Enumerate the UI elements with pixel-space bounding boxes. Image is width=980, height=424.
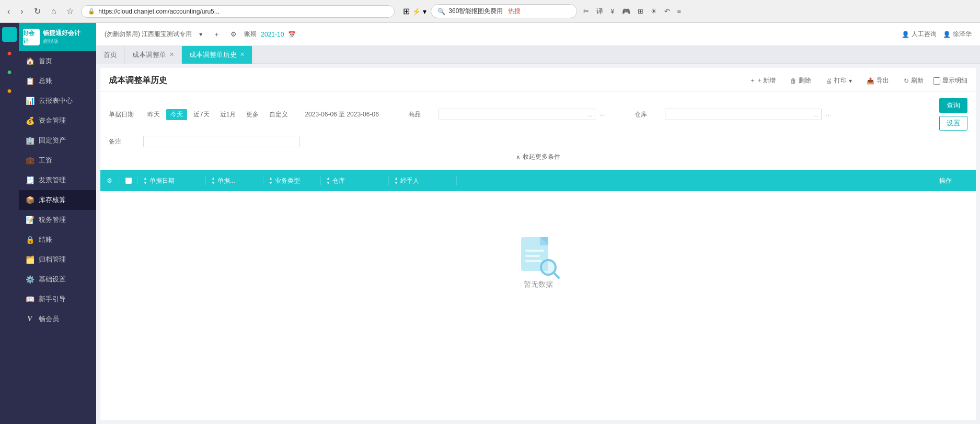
add-tab-button[interactable]: ＋ xyxy=(210,29,223,40)
calendar-icon[interactable]: 📅 xyxy=(288,31,296,38)
date-btn-1month[interactable]: 近1月 xyxy=(216,109,240,120)
wallet-button[interactable]: ¥ xyxy=(608,6,616,16)
sidebar-item-settings[interactable]: ⚙️ 基础设置 xyxy=(19,269,96,289)
refresh-button[interactable]: ↻ xyxy=(31,5,44,17)
sidebar-item-assets[interactable]: 🏢 固定资产 xyxy=(19,131,96,150)
sidebar-item-closing[interactable]: 🔒 结账 xyxy=(19,230,96,250)
date-btn-more[interactable]: 更多 xyxy=(242,109,263,120)
table-header-type[interactable]: ▲ ▼ 业务类型 xyxy=(263,176,321,185)
page-content: 成本调整单历史 ＋ + 新增 🗑 删除 🖨 打印 ▾ xyxy=(100,68,976,420)
top-header-right: 👤 人工咨询 👤 徐泽华 xyxy=(902,30,972,39)
grid-icon[interactable]: ⊞ xyxy=(403,6,410,16)
translate-button[interactable]: 译 xyxy=(594,6,605,17)
logo-text: 畅捷通好会计 旗舰版 xyxy=(43,29,80,45)
search-bar[interactable]: 🔍 360智能抠图免费用 热搜 xyxy=(431,4,577,18)
sidebar-item-home[interactable]: 🏠 首页 xyxy=(19,51,96,71)
warehouse-filter-label: 仓库 xyxy=(635,110,661,119)
logo-icon: 好会计 xyxy=(23,29,40,45)
strip-home[interactable]: ⌂ xyxy=(2,27,17,42)
game-button[interactable]: 🎮 xyxy=(620,6,632,16)
user-menu[interactable]: 👤 徐泽华 xyxy=(943,30,972,39)
sidebar-item-archive[interactable]: 🗂️ 归档管理 xyxy=(19,250,96,269)
sidebar-item-inventory[interactable]: 📦 库存核算 xyxy=(19,190,96,210)
tab-cost-adjust-history-close[interactable]: ✕ xyxy=(240,51,245,58)
date-range-display: 2023-06-06 至 2023-06-06 xyxy=(305,110,378,119)
table-header-ops: 操作 xyxy=(934,176,976,185)
tab-home-label: 首页 xyxy=(103,50,117,60)
show-cols-checkbox[interactable] xyxy=(933,77,940,85)
menu-button[interactable]: ≡ xyxy=(675,6,684,16)
print-button[interactable]: 🖨 打印 ▾ xyxy=(821,74,857,87)
warehouse-more-icon[interactable]: ··· xyxy=(826,111,832,119)
sidebar-item-member[interactable]: V 畅会员 xyxy=(19,309,96,329)
brightness-button[interactable]: ☀ xyxy=(649,6,659,16)
ai-consult-button[interactable]: 👤 人工咨询 xyxy=(902,30,937,39)
empty-state: 暂无数据 xyxy=(100,191,976,331)
main-content: (勿删勿禁用) 江西服宝测试专用 ▾ ＋ ⚙ 账期 2021-10 📅 👤 人工… xyxy=(96,23,980,424)
table-settings-cell[interactable]: ⚙ xyxy=(100,177,119,184)
sidebar-nav: 🏠 首页 📋 总账 📊 云报表中心 💰 资金管理 🏢 固定资产 💼 工资 xyxy=(19,51,96,424)
export-button[interactable]: 📤 导出 xyxy=(861,74,894,87)
search-icon: 🔍 xyxy=(437,8,445,15)
settings-filter-button[interactable]: 设置 xyxy=(939,116,967,131)
table-checkbox-cell[interactable] xyxy=(119,177,138,184)
add-button[interactable]: ＋ + 新增 xyxy=(744,74,781,87)
goods-more-icon[interactable]: ··· xyxy=(599,111,605,119)
sidebar-item-invoice[interactable]: 🧾 发票管理 xyxy=(19,170,96,190)
sort-arrows-person: ▲ ▼ xyxy=(394,176,398,185)
refresh-button[interactable]: ↻ 刷新 xyxy=(898,74,929,87)
company-name: (勿删勿禁用) 江西服宝测试专用 xyxy=(105,30,192,39)
page-header-actions: ＋ + 新增 🗑 删除 🖨 打印 ▾ 📤 导出 xyxy=(744,74,967,87)
company-dropdown-button[interactable]: ▾ xyxy=(196,29,206,39)
payroll-icon: 💼 xyxy=(25,156,34,164)
sidebar-item-payroll[interactable]: 💼 工资 xyxy=(19,150,96,170)
warehouse-input[interactable] xyxy=(665,109,822,120)
sort-arrows-warehouse: ▲ ▼ xyxy=(326,176,330,185)
table-header-date[interactable]: ▲ ▼ 单据日期 xyxy=(138,176,206,185)
top-header-left: (勿删勿禁用) 江西服宝测试专用 ▾ ＋ ⚙ 账期 2021-10 📅 xyxy=(105,29,296,40)
sidebar-item-guide[interactable]: 📖 新手引导 xyxy=(19,289,96,309)
collapse-button[interactable]: ∧ 收起更多条件 xyxy=(516,152,560,161)
date-btn-custom[interactable]: 自定义 xyxy=(265,109,292,120)
goods-input[interactable] xyxy=(439,109,595,120)
table-header-person[interactable]: ▲ ▼ 经手人 xyxy=(389,176,457,185)
sort-arrows-type: ▲ ▼ xyxy=(269,176,273,185)
sidebar-item-tax[interactable]: 📝 税务管理 xyxy=(19,210,96,230)
app-container: ⌂ ● ● ● 好会计 畅捷通好会计 旗舰版 🏠 首页 📋 总账 📊 云报表中心 xyxy=(0,23,980,424)
date-filter-label: 单据日期 xyxy=(109,110,135,119)
tab-cost-adjust-history[interactable]: 成本调整单历史 ✕ xyxy=(182,46,252,64)
date-btn-7days[interactable]: 近7天 xyxy=(189,109,214,120)
sidebar-item-reports[interactable]: 📊 云报表中心 xyxy=(19,91,96,111)
dropdown-icon[interactable]: ▾ xyxy=(423,7,426,16)
sidebar-item-ledger[interactable]: 📋 总账 xyxy=(19,71,96,91)
settings-gear-button[interactable]: ⚙ xyxy=(227,29,240,39)
date-btn-yesterday[interactable]: 昨天 xyxy=(143,109,164,120)
table-header-num[interactable]: ▲ ▼ 单据... xyxy=(206,176,263,185)
strip-item-3[interactable]: ● xyxy=(2,84,17,98)
sidebar-item-funds[interactable]: 💰 资金管理 xyxy=(19,111,96,131)
home-button[interactable]: ⌂ xyxy=(48,6,60,17)
show-cols-label: 显示明细 xyxy=(933,76,967,85)
remark-input[interactable] xyxy=(143,136,300,147)
apps-button[interactable]: ⊞ xyxy=(636,6,645,16)
strip-item-1[interactable]: ● xyxy=(2,46,17,61)
query-button[interactable]: 查询 xyxy=(939,98,967,113)
strip-item-2[interactable]: ● xyxy=(2,65,17,79)
lightning-icon[interactable]: ⚡ xyxy=(412,7,421,16)
period-value[interactable]: 2021-10 xyxy=(261,31,284,38)
forward-button[interactable]: › xyxy=(17,6,26,17)
delete-button[interactable]: 🗑 删除 xyxy=(785,74,816,87)
table-select-all-checkbox[interactable] xyxy=(125,177,132,184)
filter-row-date: 单据日期 昨天 今天 近7天 近1月 更多 自定义 2023-06-06 至 2… xyxy=(109,98,967,131)
tab-cost-adjust-close[interactable]: ✕ xyxy=(169,51,174,58)
scissors-button[interactable]: ✂ xyxy=(581,6,591,16)
sidebar-label-inventory: 库存核算 xyxy=(39,195,66,205)
undo-button[interactable]: ↶ xyxy=(662,6,672,16)
tab-cost-adjust[interactable]: 成本调整单 ✕ xyxy=(125,46,182,64)
tab-home[interactable]: 首页 xyxy=(96,46,125,64)
url-bar[interactable]: 🔒 https://cloud.chanjet.com/accounting/u… xyxy=(81,5,395,18)
date-btn-today[interactable]: 今天 xyxy=(166,109,187,120)
bookmark-button[interactable]: ☆ xyxy=(63,5,77,17)
table-header-warehouse[interactable]: ▲ ▼ 仓库 xyxy=(321,176,389,185)
back-button[interactable]: ‹ xyxy=(4,6,13,17)
